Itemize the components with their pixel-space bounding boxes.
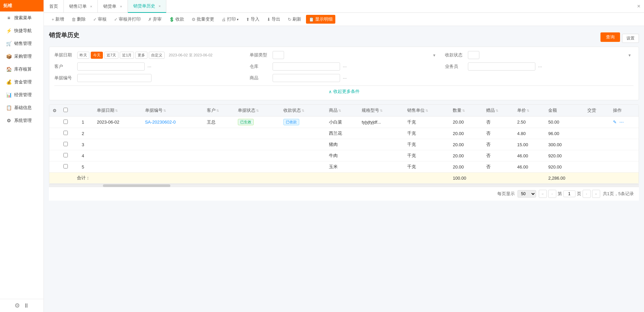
td-settings xyxy=(49,116,60,128)
tab-sales-delivery[interactable]: 销货单 × xyxy=(98,0,128,13)
sidebar-pause-icon[interactable]: ⏸ xyxy=(23,302,29,309)
select-all-checkbox[interactable] xyxy=(63,108,68,112)
col-checkbox[interactable] xyxy=(60,105,78,116)
refresh-button[interactable]: ↻ 刷新 xyxy=(285,15,304,24)
sidebar-item-search-menu[interactable]: ≡ 搜索菜单 xyxy=(0,11,44,24)
tab-sales-history-close[interactable]: × xyxy=(159,4,161,8)
customer-input[interactable] xyxy=(77,62,145,71)
date-btn-today[interactable]: 今天 xyxy=(91,52,103,59)
export-button[interactable]: ⬇ 导出 xyxy=(264,15,283,24)
td-checkbox[interactable] xyxy=(60,116,78,128)
page-prefix-label: 第 xyxy=(558,191,562,197)
doc-no-link[interactable]: SA-20230602-0 xyxy=(145,120,176,125)
tabbar-close-all[interactable]: ✕ xyxy=(637,4,644,9)
col-settings[interactable]: ⚙ xyxy=(49,105,60,116)
date-btn-1month[interactable]: 近1月 xyxy=(120,52,134,59)
more-action-icon[interactable]: ⋯ xyxy=(619,120,624,125)
td-spec-type xyxy=(358,161,404,173)
tab-sales-history[interactable]: 销货单历史 × xyxy=(128,0,166,13)
sidebar-settings-icon[interactable]: ⚙ xyxy=(15,302,20,309)
td-collect-status xyxy=(280,139,326,150)
sidebar-item-ops-mgmt[interactable]: 📊 经营管理 xyxy=(0,88,44,101)
delete-button[interactable]: 🗑 删除 xyxy=(69,15,88,24)
scrollbar-thumb[interactable] xyxy=(103,184,170,187)
filter-row-2: 客户 ··· 仓库 ··· 业务员 ··· xyxy=(54,62,634,71)
agent-label: 业务员 xyxy=(445,63,465,70)
td-checkbox[interactable] xyxy=(60,128,78,139)
tabbar: 首页 销售订单 × 销货单 × 销货单历史 × ✕ xyxy=(44,0,644,13)
collapse-button[interactable]: ∧ 收起更多条件 xyxy=(54,87,634,96)
import-button[interactable]: ⬆ 导入 xyxy=(243,15,262,24)
last-page-button[interactable]: » xyxy=(592,190,600,198)
batch-change-button[interactable]: ⚙ 批量变更 xyxy=(189,15,217,24)
goods-more-icon[interactable]: ··· xyxy=(343,75,347,81)
tab-sales-delivery-close[interactable]: × xyxy=(120,4,122,8)
td-checkbox[interactable] xyxy=(60,139,78,150)
col-doc-no[interactable]: 单据编号⇅ xyxy=(142,105,203,116)
audit-button[interactable]: ✓ 审核 xyxy=(90,15,109,24)
filter-area: 单据日期 昨天 今天 近7天 近1月 更多 自定义 2023-06-02 至 2… xyxy=(49,47,639,100)
sidebar-item-base-info[interactable]: 📋 基础信息 xyxy=(0,101,44,114)
quick-nav-icon: ⚡ xyxy=(6,28,11,33)
col-doc-date[interactable]: 单据日期⇅ xyxy=(93,105,141,116)
first-page-button[interactable]: « xyxy=(539,190,547,198)
row-checkbox[interactable] xyxy=(63,153,68,157)
col-qty[interactable]: 数量⇅ xyxy=(449,105,482,116)
sidebar-item-purchase-mgmt[interactable]: 📦 采购管理 xyxy=(0,50,44,63)
doc-no-sort-icon: ⇅ xyxy=(163,109,166,112)
row-checkbox[interactable] xyxy=(63,142,68,146)
edit-icon[interactable]: ✎ xyxy=(613,120,617,125)
sidebar-item-quick-nav[interactable]: ⚡ 快捷导航 xyxy=(0,24,44,37)
col-doc-status[interactable]: 单据状态⇅ xyxy=(234,105,280,116)
agent-input[interactable] xyxy=(468,62,535,71)
date-btn-yesterday[interactable]: 昨天 xyxy=(77,52,89,59)
col-gift[interactable]: 赠品⇅ xyxy=(483,105,514,116)
horizontal-scrollbar[interactable] xyxy=(49,184,639,187)
audit-print-button[interactable]: ✓ 审核并打印 xyxy=(111,15,143,24)
setting-button[interactable]: 设置 xyxy=(622,34,639,43)
col-sales-unit[interactable]: 销售单位⇅ xyxy=(404,105,449,116)
tab-sales-order-close[interactable]: × xyxy=(90,4,92,8)
customer-more-icon[interactable]: ··· xyxy=(147,64,151,69)
col-goods[interactable]: 商品⇅ xyxy=(326,105,358,116)
agent-more-icon[interactable]: ··· xyxy=(538,64,542,69)
collect-status-select[interactable] xyxy=(468,51,479,59)
td-checkbox[interactable] xyxy=(60,161,78,173)
td-checkbox[interactable] xyxy=(60,150,78,161)
per-page-select[interactable]: 50 20 100 xyxy=(517,190,536,198)
collect-button[interactable]: 💲 收款 xyxy=(166,15,187,24)
doc-type-select[interactable] xyxy=(273,51,284,59)
sidebar-item-finance-mgmt[interactable]: 💰 资金管理 xyxy=(0,76,44,88)
row-checkbox[interactable] xyxy=(63,120,68,124)
col-customer[interactable]: 客户⇅ xyxy=(203,105,234,116)
col-collect-status[interactable]: 收款状态⇅ xyxy=(280,105,326,116)
col-unit-price[interactable]: 单价⇅ xyxy=(514,105,545,116)
td-doc-date xyxy=(93,150,141,161)
row-checkbox[interactable] xyxy=(63,164,68,168)
doc-no-input[interactable] xyxy=(77,74,151,82)
show-detail-button[interactable]: 📋 显示明细 xyxy=(306,15,335,24)
sidebar-item-inventory-calc[interactable]: 🏠 库存核算 xyxy=(0,63,44,76)
date-btn-custom[interactable]: 自定义 xyxy=(149,52,165,59)
goods-input[interactable] xyxy=(273,74,340,82)
sidebar-item-sys-mgmt[interactable]: ⚙ 系统管理 xyxy=(0,114,44,127)
new-button[interactable]: + 新增 xyxy=(49,15,67,24)
ops-mgmt-icon: 📊 xyxy=(6,92,11,98)
warehouse-input[interactable] xyxy=(273,62,340,71)
date-btn-more[interactable]: 更多 xyxy=(135,52,147,59)
tab-home[interactable]: 首页 xyxy=(44,0,64,13)
page-number-input[interactable] xyxy=(563,190,576,197)
tab-sales-order[interactable]: 销售订单 × xyxy=(64,0,98,13)
sidebar-item-sales-mgmt[interactable]: 🛒 销售管理 xyxy=(0,37,44,50)
td-action xyxy=(610,150,639,161)
row-checkbox[interactable] xyxy=(63,131,68,135)
next-page-button[interactable]: › xyxy=(583,190,591,198)
col-spec-type[interactable]: 规格型号⇅ xyxy=(358,105,404,116)
td-customer xyxy=(203,161,234,173)
query-button[interactable]: 查询 xyxy=(600,32,620,42)
print-button[interactable]: 🖨 打印 ▾ xyxy=(219,15,241,24)
abandon-button[interactable]: ✗ 弃审 xyxy=(145,15,164,24)
date-btn-7days[interactable]: 近7天 xyxy=(104,52,118,59)
prev-page-button[interactable]: ‹ xyxy=(548,190,556,198)
warehouse-more-icon[interactable]: ··· xyxy=(343,64,347,69)
